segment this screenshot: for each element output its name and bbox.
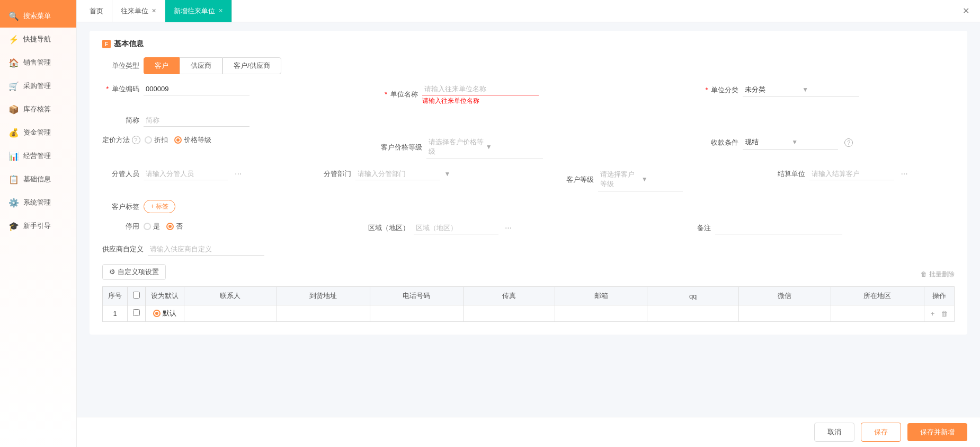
department-input[interactable]	[355, 168, 440, 180]
disabled-yes-radio[interactable]: 是	[144, 222, 160, 231]
tab-contacts-close[interactable]: ✕	[152, 7, 156, 14]
row-region-input[interactable]	[835, 310, 920, 318]
sidebar-item-purchase[interactable]: 🛒 采购管理	[0, 74, 76, 98]
batch-delete-btn[interactable]: 🗑 批量删除	[921, 270, 955, 279]
unit-category-select[interactable]: 未分类 ▼	[743, 83, 859, 97]
disabled-yes-circle	[144, 223, 151, 230]
supplier-custom-input[interactable]	[148, 243, 264, 256]
unit-category-field: * 单位分类 未分类 ▼	[701, 83, 955, 97]
col-index: 序号	[103, 287, 128, 305]
payment-terms-select[interactable]: 现结 ▼	[743, 135, 838, 150]
remark-input[interactable]	[715, 222, 842, 234]
sidebar: 🔍 搜索菜单 ⚡ 快捷导航 🏠 销售管理 🛒 采购管理 📦 库存核算 💰 资金管…	[0, 0, 77, 447]
pricing-discount-radio[interactable]: 折扣	[145, 135, 168, 145]
row-add-btn[interactable]: +	[931, 310, 935, 318]
row-wechat-input[interactable]	[743, 310, 826, 318]
quicknav-icon: ⚡	[8, 34, 19, 45]
supplier-custom-label: 供应商自定义	[102, 244, 144, 254]
pricing-level-radio[interactable]: 价格等级	[174, 135, 211, 145]
supplier-custom-field: 供应商自定义	[102, 243, 955, 256]
save-new-button[interactable]: 保存并新增	[907, 423, 967, 441]
section-title-icon: F	[102, 40, 111, 48]
pricing-help-icon[interactable]: ?	[132, 136, 140, 144]
row-fax-input[interactable]	[468, 310, 551, 318]
pricing-method-field: 定价方法 ? 折扣 价格等级	[102, 135, 355, 145]
cancel-button[interactable]: 取消	[814, 423, 854, 442]
settlement-unit-field: 结算单位 ···	[768, 168, 955, 180]
short-name-field: 简称	[102, 114, 955, 127]
disabled-no-radio[interactable]: 否	[166, 222, 183, 231]
row-address[interactable]	[277, 305, 370, 322]
sidebar-item-finance[interactable]: 💰 资金管理	[0, 121, 76, 144]
unit-code-input[interactable]	[144, 83, 250, 95]
batch-delete-label: 批量删除	[929, 270, 955, 279]
region-input[interactable]	[414, 222, 498, 234]
payment-terms-field: 收款条件 现结 ▼ ?	[701, 135, 955, 150]
payment-help-icon[interactable]: ?	[844, 138, 853, 147]
row-phone[interactable]	[370, 305, 463, 322]
row-contact-input[interactable]	[189, 310, 272, 318]
region-label: 区域（地区）	[368, 223, 409, 233]
sidebar-item-guide[interactable]: 🎓 新手引导	[0, 214, 76, 238]
tab-bar-close[interactable]: ✕	[956, 6, 976, 16]
sidebar-item-search-label: 搜索菜单	[23, 11, 51, 21]
row-checkbox[interactable]	[128, 305, 146, 322]
row-email-input[interactable]	[559, 310, 643, 318]
custom-settings-btn[interactable]: ⚙ 自定义项设置	[102, 264, 166, 280]
pricing-method-label: 定价方法 ?	[102, 135, 140, 145]
row-qq-input[interactable]	[652, 310, 734, 318]
manager-more-btn[interactable]: ···	[233, 169, 244, 179]
tags-field: 客户标签 + 标签	[102, 200, 955, 213]
add-tag-btn[interactable]: + 标签	[144, 200, 175, 213]
code-name-category-row: * 单位编码 * 单位名称 请输入往来单位名称	[102, 83, 955, 106]
row-delete-btn[interactable]: 🗑	[941, 310, 948, 318]
search-icon: 🔍	[8, 11, 19, 21]
row-phone-input[interactable]	[375, 310, 459, 318]
row-email[interactable]	[555, 305, 647, 322]
row-default-radio[interactable]: 默认	[150, 309, 180, 318]
disabled-label: 停用	[102, 222, 139, 231]
content-area: F 基本信息 单位类型 客户 供应商 客户/供应商	[77, 22, 980, 417]
sidebar-item-sales[interactable]: 🏠 销售管理	[0, 51, 76, 74]
row-region[interactable]	[831, 305, 924, 322]
row-contact[interactable]	[184, 305, 277, 322]
short-name-input[interactable]	[144, 114, 250, 127]
sidebar-item-ops[interactable]: 📊 经营管理	[0, 144, 76, 168]
tab-new-contact-close[interactable]: ✕	[218, 7, 223, 14]
unit-type-customer-btn[interactable]: 客户	[144, 57, 180, 74]
tags-row: 客户标签 + 标签	[102, 200, 955, 213]
settlement-more-btn[interactable]: ···	[898, 169, 910, 179]
sidebar-item-quicknav[interactable]: ⚡ 快捷导航	[0, 28, 76, 51]
inventory-icon: 📦	[8, 104, 19, 115]
manager-row: 分管人员 ··· 分管部门 ▼ 客户等级 请选择客户等级 ▼	[102, 168, 955, 191]
save-button[interactable]: 保存	[861, 423, 901, 442]
unit-name-star: *	[385, 90, 387, 98]
row-fax[interactable]	[463, 305, 555, 322]
customer-price-level-select[interactable]: 请选择客户价格等级 ▼	[426, 135, 543, 159]
sidebar-item-basic[interactable]: 📋 基础信息	[0, 168, 76, 191]
col-action: 操作	[924, 287, 954, 305]
customer-level-select[interactable]: 请选择客户等级 ▼	[598, 168, 683, 191]
sidebar-item-search[interactable]: 🔍 搜索菜单	[0, 4, 76, 28]
row-address-input[interactable]	[281, 310, 366, 318]
unit-name-error: 请输入往来单位名称	[422, 97, 676, 106]
unit-type-supplier-btn[interactable]: 供应商	[180, 57, 222, 74]
region-more-btn[interactable]: ···	[503, 223, 514, 233]
unit-category-label: * 单位分类	[701, 85, 738, 95]
payment-terms-arrow: ▼	[791, 138, 836, 146]
sidebar-item-system[interactable]: ⚙️ 系统管理	[0, 191, 76, 214]
price-level-arrow: ▼	[486, 143, 541, 151]
sidebar-item-inventory[interactable]: 📦 库存核算	[0, 98, 76, 121]
row-qq[interactable]	[647, 305, 739, 322]
manager-input[interactable]	[144, 168, 228, 180]
unit-name-input[interactable]	[422, 83, 539, 95]
sales-icon: 🏠	[8, 57, 19, 68]
row-wechat[interactable]	[739, 305, 831, 322]
unit-type-both-btn[interactable]: 客户/供应商	[222, 57, 281, 74]
select-all-checkbox[interactable]	[133, 292, 140, 299]
tab-home[interactable]: 首页	[81, 0, 112, 22]
tab-new-contact[interactable]: 新增往来单位 ✕	[165, 0, 232, 22]
tab-contacts[interactable]: 往来单位 ✕	[112, 0, 165, 22]
row-select-checkbox[interactable]	[133, 309, 140, 316]
settlement-unit-input[interactable]	[809, 168, 894, 180]
